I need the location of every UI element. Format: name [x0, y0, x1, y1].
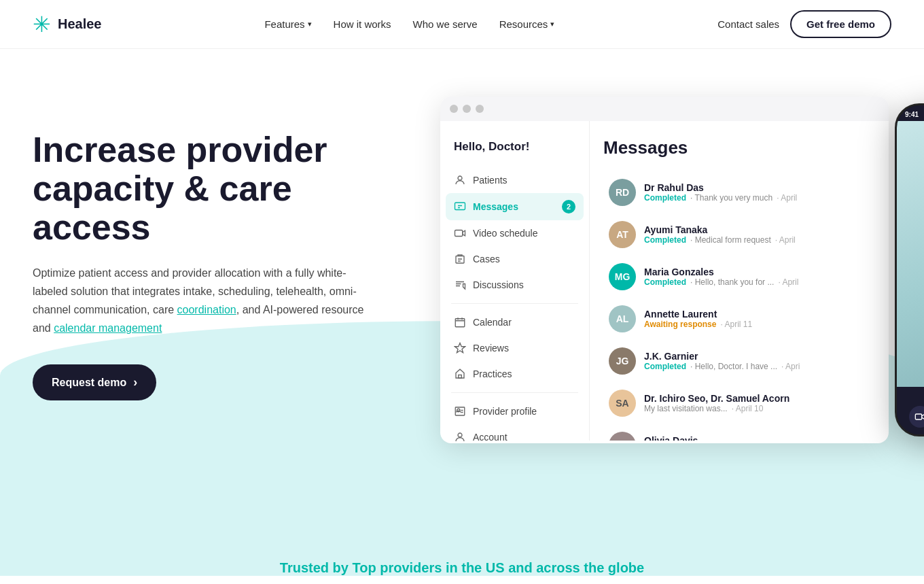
phone-timer: 30:45	[897, 387, 924, 399]
coordination-link[interactable]: coordination	[177, 304, 236, 315]
msg-date-2: · April	[778, 277, 798, 287]
messages-icon	[454, 201, 466, 213]
phone-camera-btn[interactable]	[909, 406, 925, 428]
message-item-5[interactable]: SA Dr. Ichiro Seo, Dr. Samuel Acorn My l…	[603, 383, 875, 424]
sidebar-greeting: Hello, Doctor!	[440, 140, 589, 167]
sidebar-item-discussions[interactable]: Discussions	[440, 272, 589, 298]
window-dot-2	[463, 105, 471, 113]
msg-name-1: Ayumi Tanaka	[644, 224, 870, 235]
msg-date-5: · April 10	[732, 404, 764, 413]
phone-mockup: 9:41 ●●●	[895, 103, 924, 436]
svg-point-0	[458, 176, 462, 180]
request-demo-button[interactable]: Request demo ›	[33, 364, 156, 400]
contact-sales-link[interactable]: Contact sales	[717, 18, 779, 30]
sidebar-item-provider-profile[interactable]: Provider profile	[440, 398, 589, 424]
message-item-6[interactable]: OD Olivia Davis Completed · Hello, Docto…	[603, 425, 875, 441]
app-mockup-header	[440, 97, 889, 121]
app-sidebar: Hello, Doctor! Patients Messages 2	[440, 121, 590, 441]
message-item-1[interactable]: AT Ayumi Tanaka Completed · Medical form…	[603, 214, 875, 255]
avatar-3: AL	[609, 305, 636, 332]
msg-status-row-1: Completed · Medical form request · April	[644, 235, 870, 245]
sidebar-item-calendar[interactable]: Calendar	[440, 309, 589, 335]
sidebar-divider	[451, 303, 578, 304]
msg-date-3: · April 11	[720, 320, 752, 329]
nav-how-it-works[interactable]: How it works	[334, 18, 391, 30]
msg-body-6: Olivia Davis Completed · Hello, Doctor. …	[644, 435, 870, 441]
msg-preview-2: · Hello, thank you for ...	[690, 277, 774, 287]
msg-date-1: · April	[775, 235, 796, 245]
msg-status-0: Completed	[644, 193, 686, 203]
msg-body-3: Annette Laurent Awaiting response · Apri…	[644, 309, 870, 329]
message-item-3[interactable]: AL Annette Laurent Awaiting response · A…	[603, 298, 875, 339]
cases-icon	[454, 253, 466, 265]
msg-status-3: Awaiting response	[644, 320, 716, 329]
chevron-down-icon: ▾	[550, 20, 554, 29]
message-item-4[interactable]: JG J.K. Garnier Completed · Hello, Docto…	[603, 341, 875, 381]
msg-preview-1: · Medical form request	[690, 235, 771, 245]
nav-links: Features ▾ How it works Who we serve Res…	[264, 18, 554, 30]
msg-body-0: Dr Rahul Das Completed · Thank you very …	[644, 182, 870, 203]
discussions-icon	[454, 279, 466, 291]
msg-name-3: Annette Laurent	[644, 309, 870, 320]
nav-actions: Contact sales Get free demo	[717, 10, 891, 38]
sidebar-item-practices[interactable]: Practices	[440, 361, 589, 387]
svg-marker-5	[455, 343, 465, 353]
msg-name-2: Maria Gonzales	[644, 267, 870, 277]
calendar-link[interactable]: calendar management	[54, 322, 162, 334]
reviews-icon	[454, 342, 466, 354]
logo[interactable]: ✳ Healee	[33, 14, 102, 35]
messages-heading: Messages	[603, 137, 875, 158]
msg-date-0: · April	[777, 193, 797, 203]
trusted-bar: Trusted by Top providers in the US and a…	[0, 538, 924, 576]
patients-icon	[454, 174, 466, 186]
msg-preview-5: My last visitation was...	[644, 404, 728, 413]
nav-who-we-serve[interactable]: Who we serve	[413, 18, 478, 30]
sidebar-item-account[interactable]: Account	[440, 424, 589, 443]
arrow-right-icon: ›	[133, 375, 137, 390]
svg-rect-4	[455, 319, 465, 327]
avatar-1: AT	[609, 221, 636, 248]
sidebar-item-video-schedule[interactable]: Video schedule	[440, 220, 589, 246]
msg-status-row-0: Completed · Thank you very much · April	[644, 193, 870, 203]
svg-rect-14	[915, 414, 921, 419]
msg-name-0: Dr Rahul Das	[644, 182, 870, 193]
get-free-demo-button[interactable]: Get free demo	[790, 10, 891, 38]
messages-list: RD Dr Rahul Das Completed · Thank you ve…	[603, 172, 875, 441]
avatar-0: RD	[609, 179, 636, 206]
hero-right: Hello, Doctor! Patients Messages 2	[440, 97, 891, 443]
nav-features[interactable]: Features ▾	[264, 18, 311, 30]
sidebar-item-messages[interactable]: Messages 2	[446, 193, 584, 220]
avatar-2: MG	[609, 263, 636, 290]
sidebar-item-reviews[interactable]: Reviews	[440, 335, 589, 361]
svg-rect-2	[455, 230, 463, 237]
doctor-silhouette	[914, 193, 925, 315]
svg-rect-1	[455, 203, 465, 210]
messages-badge: 2	[562, 200, 575, 213]
logo-text: Healee	[58, 16, 102, 32]
calendar-icon	[454, 316, 466, 328]
message-item-2[interactable]: MG Maria Gonzales Completed · Hello, tha…	[603, 256, 875, 297]
hero-title: Increase provider capacity & care access	[33, 131, 413, 247]
svg-point-9	[458, 433, 462, 437]
msg-status-row-4: Completed · Hello, Doctor. I have ... · …	[644, 362, 870, 371]
hero-description: Optimize patient access and provider all…	[33, 264, 372, 338]
sidebar-item-cases[interactable]: Cases	[440, 246, 589, 272]
hero-section: Increase provider capacity & care access…	[0, 49, 924, 538]
msg-body-1: Ayumi Tanaka Completed · Medical form re…	[644, 224, 870, 245]
msg-status-1: Completed	[644, 235, 686, 245]
msg-status-2: Completed	[644, 277, 686, 287]
svg-rect-3	[456, 256, 464, 264]
message-item-0[interactable]: RD Dr Rahul Das Completed · Thank you ve…	[603, 172, 875, 213]
phone-time: 9:41	[905, 111, 919, 118]
hero-content: Increase provider capacity & care access…	[0, 49, 924, 443]
nav-resources[interactable]: Resources ▾	[499, 18, 555, 30]
logo-icon: ✳	[33, 14, 51, 35]
sidebar-item-patients[interactable]: Patients	[440, 167, 589, 193]
practices-icon	[454, 368, 466, 380]
phone-screen: 9:41 ●●●	[897, 105, 924, 434]
provider-profile-icon	[454, 405, 466, 417]
chevron-down-icon: ▾	[308, 20, 312, 29]
phone-statusbar: 9:41 ●●●	[897, 105, 924, 121]
msg-body-4: J.K. Garnier Completed · Hello, Doctor. …	[644, 351, 870, 371]
msg-status-row-5: My last visitation was... · April 10	[644, 404, 870, 413]
